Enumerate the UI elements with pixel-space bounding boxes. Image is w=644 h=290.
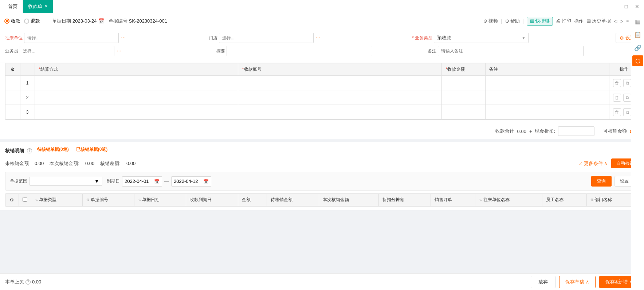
verify-checkbox-col[interactable] <box>19 194 31 206</box>
refund-radio-circle <box>24 19 29 24</box>
verify-due-date-col: 收款到期日 <box>186 194 238 206</box>
row3-remark[interactable] <box>486 105 609 119</box>
row3-account[interactable] <box>238 105 442 119</box>
business-type-select[interactable]: 预收款 ▼ <box>434 33 529 43</box>
row2-seq: 2 <box>20 90 35 105</box>
sidebar-expand-icon[interactable]: ⬡ <box>632 55 643 66</box>
row2-delete-icon[interactable]: 🗑 <box>613 94 621 102</box>
date-to-input[interactable]: 2022-04-12 📅 <box>171 176 211 187</box>
operation-button[interactable]: 操作 <box>574 18 584 24</box>
shop-more-button[interactable]: ··· <box>314 33 323 43</box>
tab-home-label: 首页 <box>8 3 17 10</box>
calendar-icon[interactable]: 📅 <box>98 18 104 24</box>
verify-header-row: ⚙ ⇅ 单据类型 ⇅ 单据编号 ⇅ 单据日期 收款到期日 金额 待核销金额 本次… <box>5 194 639 206</box>
partner-input[interactable] <box>24 33 119 43</box>
sidebar-link-icon[interactable]: 🔗 <box>632 42 643 53</box>
verify-amount-col: 金额 <box>238 194 267 206</box>
operation-label: 操作 <box>574 18 584 24</box>
diff-label: 核销差额: <box>100 160 121 167</box>
row2-copy-icon[interactable]: ⧉ <box>623 94 631 102</box>
verify-sales-order-col: 销售订单 <box>431 194 475 206</box>
more-conditions-button[interactable]: ⊿ 更多条件 ∧ <box>579 160 608 167</box>
date-from-input[interactable]: 2022-04-01 📅 <box>122 176 162 187</box>
table-row: 2 🗑 ⧉ <box>5 90 639 105</box>
row2-remark[interactable] <box>486 90 609 105</box>
table-row: 1 🗑 ⧉ <box>5 76 639 90</box>
row3-copy-icon[interactable]: ⧉ <box>623 108 631 116</box>
draft-button[interactable]: 保存草稿 ∧ <box>559 276 596 288</box>
verify-info-icon[interactable]: ? <box>27 148 32 153</box>
row3-delete-icon[interactable]: 🗑 <box>613 108 621 116</box>
verify-select-all[interactable] <box>23 197 27 202</box>
nav-next-button[interactable]: ▷ <box>620 19 623 24</box>
row2-payment-method[interactable] <box>35 90 238 105</box>
history-icon: ▤ <box>586 18 591 24</box>
bottom-bar: 本单上欠 ? 0.00 放弃 保存草稿 ∧ 保存&新增 ∧ <box>0 273 644 290</box>
refund-radio[interactable]: 退款 <box>24 18 40 24</box>
receipt-radio-label: 收款 <box>11 18 20 24</box>
discard-button[interactable]: 放弃 <box>531 276 555 288</box>
video-button[interactable]: ⊙ 视频 <box>483 18 498 24</box>
sidebar-file-icon[interactable]: 📋 <box>632 29 643 40</box>
maximize-button[interactable]: □ <box>622 3 630 11</box>
summary-input[interactable] <box>227 46 372 56</box>
shortcut-button[interactable]: ▦ 快捷键 <box>527 17 553 26</box>
sidebar-table-icon[interactable]: ▦ <box>632 16 643 27</box>
row3-amount[interactable] <box>442 105 486 119</box>
row1-seq: 1 <box>20 76 35 90</box>
save-label: 保存&新增 <box>605 279 628 285</box>
range-select[interactable]: ▼ <box>30 177 102 186</box>
range-label: 单据范围 <box>10 178 27 184</box>
minimize-button[interactable]: — <box>611 3 619 11</box>
tab-close-icon[interactable]: ✕ <box>44 4 48 9</box>
history-button[interactable]: ▤ 历史单据 <box>586 18 611 24</box>
verify-done-tab[interactable]: 已核销单据(0笔) <box>74 146 110 153</box>
partner-more-button[interactable]: ··· <box>119 33 128 43</box>
list-view-button[interactable]: ≡ <box>626 19 629 24</box>
close-button[interactable]: ✕ <box>633 3 641 11</box>
row1-delete-icon[interactable]: 🗑 <box>613 79 621 87</box>
row3-payment-method[interactable] <box>35 105 238 119</box>
nav-prev-button[interactable]: ◁ <box>614 19 617 24</box>
discount-input[interactable] <box>558 126 594 136</box>
staff-input[interactable] <box>20 46 114 56</box>
current-verify-value: 0.00 <box>85 161 94 166</box>
query-button[interactable]: 查询 <box>591 176 612 187</box>
remark-field: 备注 <box>428 46 639 56</box>
verify-pending-amount-col: 待核销金额 <box>267 194 319 206</box>
row1-copy-icon[interactable]: ⧉ <box>623 79 631 87</box>
row1-amount[interactable] <box>442 76 486 90</box>
verify-pending-tab[interactable]: 待核销单据(0笔) <box>35 146 71 153</box>
verify-gear-col[interactable]: ⚙ <box>5 194 19 206</box>
staff-label: 业务员 <box>5 48 18 54</box>
tab-home[interactable]: 首页 <box>3 0 23 13</box>
remark-input[interactable] <box>438 46 584 56</box>
help-button[interactable]: ⊙ 帮助 <box>505 18 520 24</box>
number-value: SK-20230324-001 <box>129 18 168 24</box>
bottom-info-icon[interactable]: ? <box>25 279 31 285</box>
more-conditions-label: 更多条件 <box>584 160 603 167</box>
verify-tabs: 待核销单据(0笔) 已核销单据(0笔) <box>35 146 110 153</box>
tab-receipt[interactable]: 收款单 ✕ <box>23 0 53 13</box>
range-field: 单据范围 ▼ <box>10 177 102 186</box>
row1-remark[interactable] <box>486 76 609 90</box>
staff-more-button[interactable]: ··· <box>114 46 123 56</box>
row1-account[interactable] <box>238 76 442 90</box>
print-button[interactable]: 🖨 打印 <box>556 18 571 24</box>
payment-method-column-header: *结算方式 <box>35 63 238 76</box>
tab-bar: 首页 收款单 ✕ — □ ✕ <box>0 0 644 13</box>
verify-partner-col: ⇅ 往来单位名称 <box>475 194 542 206</box>
shop-input[interactable] <box>219 33 314 43</box>
receipt-radio[interactable]: 收款 <box>4 18 20 24</box>
verify-table: ⚙ ⇅ 单据类型 ⇅ 单据编号 ⇅ 单据日期 收款到期日 金额 待核销金额 本次… <box>5 194 639 206</box>
number-label: 单据编号 <box>109 18 127 24</box>
gear-column-header[interactable]: ⚙ <box>5 63 20 76</box>
row2-amount[interactable] <box>442 90 486 105</box>
due-date-field: 到期日 2022-04-01 📅 — 2022-04-12 📅 <box>107 176 211 187</box>
filter-icon: ⊿ <box>579 161 583 166</box>
row2-account[interactable] <box>238 90 442 105</box>
row1-payment-method[interactable] <box>35 76 238 90</box>
date-from-value: 2022-04-01 <box>125 179 149 184</box>
print-label: 打印 <box>562 18 571 24</box>
gear-icon: ⚙ <box>620 35 624 41</box>
